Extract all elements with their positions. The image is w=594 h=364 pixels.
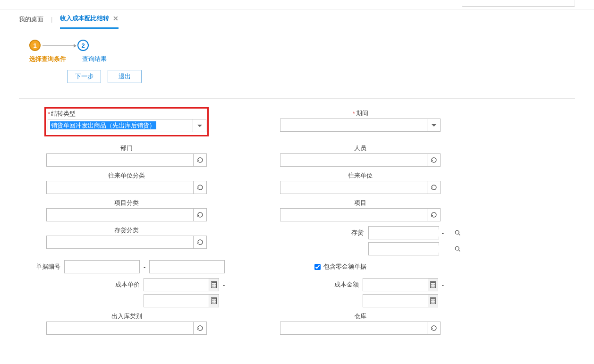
range-dash: - xyxy=(144,263,145,271)
tab-revenue-cost-transfer[interactable]: 收入成本配比结转 ✕ xyxy=(60,9,119,29)
refresh-icon[interactable] xyxy=(193,154,206,166)
project-cat-input[interactable] xyxy=(46,208,207,221)
io-type-input[interactable] xyxy=(46,322,207,335)
refresh-icon[interactable] xyxy=(193,322,206,334)
highlight-transfer-type: * 结转类型 销货单回冲发出商品（先出库后销货） xyxy=(44,107,209,136)
refresh-icon[interactable] xyxy=(427,322,440,334)
svg-rect-13 xyxy=(212,298,216,299)
label-doc-no: 单据编号 xyxy=(28,262,60,271)
svg-rect-21 xyxy=(431,282,435,283)
svg-point-22 xyxy=(431,284,432,285)
svg-point-25 xyxy=(431,286,432,287)
step-line xyxy=(42,45,76,46)
chevron-down-icon[interactable] xyxy=(427,119,440,131)
tab-active-label: 收入成本配比结转 xyxy=(60,14,109,23)
step-1-circle: 1 xyxy=(29,40,41,51)
label-person: 人员 xyxy=(354,144,366,152)
svg-point-7 xyxy=(213,284,214,285)
svg-rect-5 xyxy=(212,282,216,283)
svg-point-16 xyxy=(215,300,216,301)
svg-point-2 xyxy=(455,246,459,250)
label-transfer-type: * 结转类型 xyxy=(48,110,206,118)
label-amount-cost: 成本金额 xyxy=(334,280,359,289)
svg-point-6 xyxy=(212,284,213,285)
tab-separator: | xyxy=(51,16,52,23)
global-search-stub[interactable] xyxy=(462,0,575,7)
range-dash: - xyxy=(442,229,444,237)
transfer-type-value: 销货单回冲发出商品（先出库后销货） xyxy=(50,121,156,129)
step-2-label[interactable]: 查询结果 xyxy=(82,55,107,63)
svg-point-9 xyxy=(212,286,213,287)
next-button[interactable]: 下一步 xyxy=(67,70,101,83)
search-icon[interactable] xyxy=(454,229,461,236)
svg-point-27 xyxy=(434,286,435,287)
doc-no-to-input[interactable] xyxy=(149,260,225,273)
unit-cost-to-input[interactable] xyxy=(144,294,219,307)
svg-point-10 xyxy=(213,286,214,287)
dept-input[interactable] xyxy=(46,153,207,167)
svg-point-32 xyxy=(434,300,435,301)
step-2-circle[interactable]: 2 xyxy=(77,40,89,51)
svg-point-19 xyxy=(215,302,216,303)
svg-point-11 xyxy=(215,286,216,287)
step-1-label: 选择查询条件 xyxy=(29,55,66,63)
svg-point-30 xyxy=(431,300,432,301)
person-input[interactable] xyxy=(280,153,441,167)
partner-input[interactable] xyxy=(280,181,441,194)
search-icon[interactable] xyxy=(454,245,461,252)
svg-point-34 xyxy=(433,302,433,303)
label-unit-cost: 成本单价 xyxy=(115,280,140,289)
label-warehouse: 仓库 xyxy=(354,312,366,321)
label-partner-cat: 往来单位分类 xyxy=(108,171,145,180)
svg-line-3 xyxy=(458,250,460,251)
refresh-icon[interactable] xyxy=(193,209,206,221)
label-project: 项目 xyxy=(354,199,366,207)
svg-point-18 xyxy=(213,302,214,303)
calculator-icon[interactable] xyxy=(428,295,438,307)
tab-bar: 我的桌面 | 收入成本配比结转 ✕ xyxy=(0,9,594,29)
unit-cost-from-input[interactable] xyxy=(144,278,219,291)
doc-no-from-input[interactable] xyxy=(64,260,140,273)
chevron-down-icon[interactable] xyxy=(193,119,206,132)
wizard-steps: 1 2 xyxy=(29,40,565,51)
refresh-icon[interactable] xyxy=(193,181,206,194)
refresh-icon[interactable] xyxy=(427,154,440,166)
close-icon[interactable]: ✕ xyxy=(113,15,119,22)
svg-point-17 xyxy=(212,302,213,303)
include-zero-checkbox[interactable] xyxy=(314,264,321,270)
amount-cost-to-input[interactable] xyxy=(363,294,438,307)
svg-point-15 xyxy=(213,300,214,301)
label-period: * 期间 xyxy=(353,109,368,118)
inventory-cat-input[interactable] xyxy=(46,236,207,249)
tab-desktop[interactable]: 我的桌面 xyxy=(19,10,43,28)
period-select[interactable] xyxy=(280,119,441,132)
calculator-icon[interactable] xyxy=(209,279,219,291)
label-inventory-cat: 存货分类 xyxy=(114,226,139,235)
exit-button[interactable]: 退出 xyxy=(108,70,142,83)
svg-point-24 xyxy=(434,284,435,285)
label-inventory: 存货 xyxy=(351,229,364,237)
svg-point-14 xyxy=(212,300,213,301)
svg-point-0 xyxy=(455,230,459,234)
svg-point-26 xyxy=(433,286,433,287)
range-dash: - xyxy=(442,281,444,288)
inventory-from-input[interactable] xyxy=(368,226,439,239)
partner-cat-input[interactable] xyxy=(46,181,207,194)
label-include-zero: 包含零金额单据 xyxy=(323,262,366,271)
refresh-icon[interactable] xyxy=(193,236,206,248)
refresh-icon[interactable] xyxy=(427,209,440,221)
warehouse-input[interactable] xyxy=(280,322,441,335)
svg-line-1 xyxy=(458,234,460,235)
amount-cost-from-input[interactable] xyxy=(363,278,438,291)
calculator-icon[interactable] xyxy=(428,279,438,291)
calculator-icon[interactable] xyxy=(209,295,219,307)
svg-point-33 xyxy=(431,302,432,303)
project-input[interactable] xyxy=(280,208,441,221)
refresh-icon[interactable] xyxy=(427,181,440,194)
label-project-cat: 项目分类 xyxy=(114,199,139,207)
transfer-type-select[interactable]: 销货单回冲发出商品（先出库后销货） xyxy=(48,119,206,132)
svg-point-31 xyxy=(433,300,433,301)
svg-rect-29 xyxy=(431,298,435,299)
svg-point-23 xyxy=(433,284,433,285)
inventory-to-input[interactable] xyxy=(368,242,439,255)
